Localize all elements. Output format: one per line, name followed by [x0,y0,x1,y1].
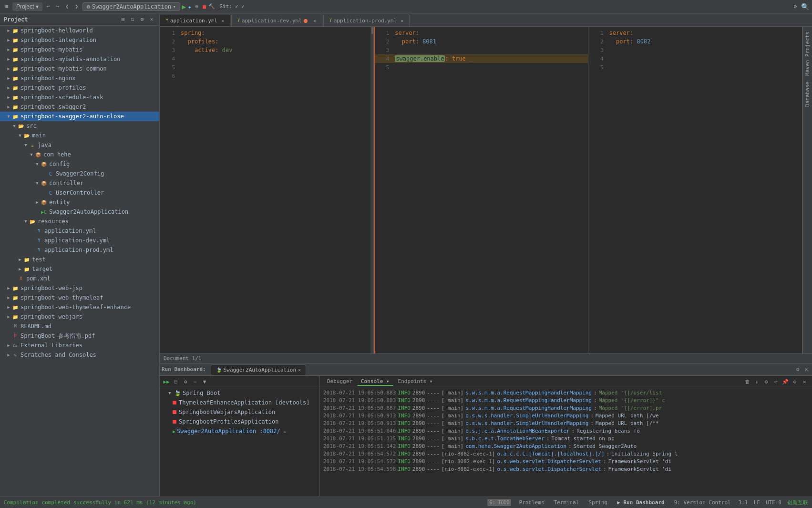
undo-icon[interactable]: ↩ [44,3,52,10]
sidebar-close-icon[interactable]: ✕ [148,16,155,23]
tree-item-mybatis[interactable]: ▶ 📁 springboot-mybatis [0,45,159,54]
process-profiles[interactable]: SpringbootProfilesApplication [160,417,319,426]
tree-item-pdf[interactable]: P SpringBoot-参考指南.pdf [0,331,159,341]
tab-close-appdevyml[interactable]: ✕ [313,18,316,23]
edit-icon[interactable]: ✏ [284,429,287,434]
tree-item-mybatis-common[interactable]: ▶ 📁 springboot-mybatis-common [0,64,159,73]
menu-icon[interactable]: ≡ [3,3,10,10]
editor-content-1[interactable]: 1 spring: 2 profiles: 3 active: dev 4 [160,27,373,353]
tree-item-nginx[interactable]: ▶ 📁 springboot-nginx [0,73,159,83]
more-icon[interactable]: ⋯ [191,378,199,386]
editor-content-3[interactable]: 1 server: 2 port: 8082 3 4 [588,27,802,353]
tree-item-appyml[interactable]: Y application.yml [0,226,159,236]
tree-item-thymeleaf-enhance[interactable]: ▶ 📁 springboot-web-thymeleaf-enhance [0,302,159,312]
coverage-button[interactable]: ⊕ [193,3,201,10]
tree-item-swagger2-auto[interactable]: ▼ 📁 springboot-swagger2-auto-close [0,112,159,121]
tree-item-thymeleaf[interactable]: ▶ 📁 springboot-web-thymeleaf [0,293,159,302]
log-class-3: s.w.s.m.m.a.RequestMappingHandlerMapping [465,404,592,412]
tab-application-dev-yml[interactable]: Y application-dev.yml ✕ [231,15,322,26]
tab-close-appyml[interactable]: ✕ [221,18,224,23]
tree-item-main[interactable]: ▼ 📂 main [0,131,159,140]
console-pin-icon[interactable]: 📌 [781,378,789,386]
console-filter-icon[interactable]: ⚙ [762,378,770,386]
build-icon[interactable]: 🔨 [208,3,216,10]
sidebar-gear-icon[interactable]: ⚙ [138,16,146,23]
nav-forward-icon[interactable]: ❯ [73,3,81,10]
tree-item-webjars[interactable]: ▶ 📁 springboot-webjars [0,312,159,321]
todo-tab[interactable]: 6: TODO [487,499,511,506]
tree-item-schedule[interactable]: ▶ 📁 springboot-schedule-task [0,93,159,102]
tree-item-entity[interactable]: ▶ 📦 entity [0,197,159,207]
maven-projects-label[interactable]: Maven Projects [803,29,812,79]
database-label[interactable]: Database [803,79,812,110]
tree-item-scratches[interactable]: ▶ ✎ Scratches and Consoles [0,350,159,360]
project-button[interactable]: Project ▾ [12,2,42,11]
run-dashboard-label: Run Dashboard: [162,366,206,373]
run-tab-close[interactable]: ✕ [298,367,301,373]
tab-application-yml[interactable]: Y application.yml ✕ [160,15,230,26]
process-group-spring[interactable]: ▼ 🍃 Spring Boot [160,388,319,398]
sidebar-sync-icon[interactable]: ⇆ [129,16,136,23]
run-dashboard-tab[interactable]: ▶ Run Dashboard [615,498,666,507]
funnel-icon[interactable]: ▼ [201,378,208,386]
tree-item-resources[interactable]: ▼ 📂 resources [0,217,159,226]
process-thymeleaf-enhance[interactable]: ThymeleafEnhanceApplication [devtools] [160,398,319,407]
console-clear-icon[interactable]: 🗑 [743,378,751,386]
sidebar-settings-icon[interactable]: ⊞ [119,16,127,23]
tree-item-comhehe[interactable]: ▼ 📦 com hehe [0,150,159,159]
tree-item-usercontroller[interactable]: C UserController [0,188,159,197]
process-webjars[interactable]: SpringbootWebjarsApplication [160,407,319,417]
run-close-icon[interactable]: ✕ [802,366,810,373]
tree-item-swagger2config[interactable]: C Swagger2Config [0,169,159,178]
editor-content-2[interactable]: 1 server: 2 port: 8081 3 4 swagger.enabl… [374,27,587,353]
tree-item-config[interactable]: ▼ 📦 config [0,159,159,169]
process-swagger2-auto[interactable]: ▶ Swagger2AutoApplication :8082/ ✏ [160,426,319,436]
tree-item-readme[interactable]: M README.md [0,321,159,331]
run-button[interactable]: ▶ [182,3,186,10]
tab-close-appprodyyml[interactable]: ✕ [401,18,403,23]
tree-item-integration[interactable]: ▶ 📁 springboot-integration [0,35,159,45]
tree-item-webjsp[interactable]: ▶ 📁 springboot-web-jsp [0,283,159,293]
tree-item-controller[interactable]: ▼ 📦 controller [0,178,159,188]
collapse-all-icon[interactable]: ⊟ [172,378,180,386]
tree-item-mybatis-ann[interactable]: ▶ 📁 springboot-mybatis-annotation [0,54,159,64]
tree-item-test[interactable]: ▶ 📁 test [0,255,159,264]
tree-item-appprodyyml[interactable]: Y application-prod.yml [0,245,159,255]
tab-console[interactable]: Console ▾ [357,378,393,386]
project-tree[interactable]: ▶ 📁 springboot-helloworld ▶ 📁 springboot… [0,26,159,497]
console-settings-icon[interactable]: ⊙ [791,378,799,386]
tree-item-appdevyml[interactable]: Y application-dev.yml [0,236,159,245]
run-tab-swagger2[interactable]: 🍃 Swagger2AutoApplication ✕ [211,364,306,375]
tab-application-prod-yml[interactable]: Y application-prod.yml ✕ [323,15,410,26]
tab-endpoints[interactable]: Endpoints ▾ [394,378,437,386]
spring-tab[interactable]: Spring [586,498,609,507]
redo-icon[interactable]: ↪ [54,3,62,10]
console-wrap-icon[interactable]: ↩ [772,378,780,386]
tree-item-pomxml[interactable]: X pom.xml [0,274,159,283]
debug-button[interactable]: ⬥ [188,3,191,10]
problems-tab[interactable]: Problems [517,498,546,507]
tree-item-swagger2[interactable]: ▶ 📁 springboot-swagger2 [0,102,159,112]
tree-item-profiles[interactable]: ▶ 📁 springboot-profiles [0,83,159,93]
tree-item-mainclass[interactable]: ▶C Swagger2AutoApplication [0,207,159,217]
filter-icon[interactable]: ⚙ [182,378,189,386]
settings-icon[interactable]: ⚙ [791,3,799,10]
run-config[interactable]: ⚙ Swagger2AutoApplication ▾ [82,2,180,11]
tree-item-extlibs[interactable]: ▶ 🗂 External Libraries [0,341,159,350]
terminal-tab[interactable]: Terminal [552,498,581,507]
run-config-dropdown-icon: ▾ [173,4,175,9]
run-all-icon[interactable]: ▶▶ [163,378,170,386]
nav-back-icon[interactable]: ❮ [63,3,71,10]
tree-item-target[interactable]: ▶ 📁 target [0,264,159,274]
tree-item-java[interactable]: ▼ ☕ java [0,140,159,150]
tree-item-helloworld[interactable]: ▶ 📁 springboot-helloworld [0,26,159,35]
run-settings-icon[interactable]: ⚙ [794,366,802,373]
search-icon[interactable]: 🔍 [801,3,809,10]
stop-button[interactable]: ■ [203,3,206,10]
console-scroll-icon[interactable]: ↓ [753,378,761,386]
version-control-tab[interactable]: 9: Version Control [672,498,733,507]
editor-area: 1 spring: 2 profiles: 3 active: dev 4 [160,27,812,353]
tab-debugger[interactable]: Debugger [323,378,356,386]
tree-item-src[interactable]: ▼ 📂 src [0,121,159,131]
console-close-icon[interactable]: ✕ [801,378,808,386]
